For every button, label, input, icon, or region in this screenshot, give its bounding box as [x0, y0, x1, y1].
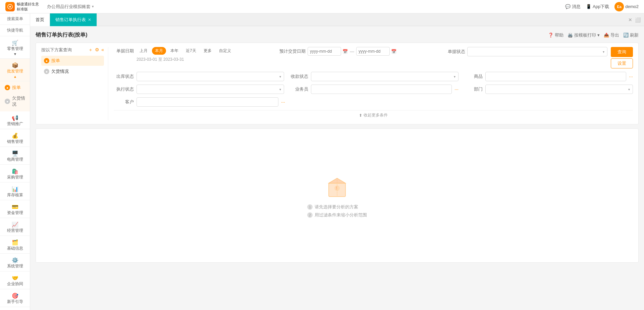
message-button[interactable]: 💬 消息: [565, 4, 581, 10]
collapse-filters-button[interactable]: ⬆ 收起更多条件: [114, 110, 633, 120]
scheme-item-欠货情况[interactable]: ● 欠货情况: [41, 66, 104, 76]
out-status-select[interactable]: ▾: [137, 72, 284, 81]
product-input[interactable]: [485, 72, 626, 81]
date-chip-上月[interactable]: 上月: [137, 47, 151, 55]
date-chips: 上月 本月 本年 近7天 更多 自定义: [137, 47, 234, 55]
export-icon: 📤: [604, 33, 609, 38]
page-title: 销售订单执行表(按单): [36, 32, 88, 39]
customer-more-icon[interactable]: ···: [281, 99, 285, 105]
sidebar-item-purchase[interactable]: 🛍️ 采购管理: [0, 165, 30, 183]
customer-input[interactable]: [137, 97, 278, 107]
empty-state-illustration: !: [324, 173, 351, 200]
filter-row-1: 单据日期 上月 本月 本年 近7天 更多 自定义: [114, 47, 633, 68]
salesman-more-icon[interactable]: ···: [454, 87, 459, 92]
dept-field: 部门 ▾: [463, 85, 633, 94]
dept-select[interactable]: ▾: [485, 85, 633, 94]
doc-status-select[interactable]: ▾: [467, 47, 607, 56]
hint-number-1-icon: 1: [307, 204, 313, 210]
tab-sales-order[interactable]: 销售订单执行表 ✕: [50, 13, 97, 26]
page-content: 销售订单执行表(按单) ❓ 帮助 🖨️ 按模板打印 ▾ 📤 导出: [30, 26, 644, 310]
settings-scheme-icon[interactable]: ⚙: [95, 47, 99, 53]
expected-date-from-input[interactable]: [308, 47, 341, 56]
dept-label: 部门: [463, 86, 483, 92]
top-bar-right: 💬 消息 📱 App下载 Ea demo2: [565, 2, 639, 11]
add-scheme-icon[interactable]: ＋: [88, 47, 93, 53]
breadcrumb[interactable]: 办公用品行业模拟账套 ▾: [47, 4, 94, 10]
purchase-icon: 🛍️: [12, 168, 18, 174]
sidebar-item-app-center[interactable]: 📱 应用中心: [0, 307, 30, 310]
sidebar-item-system[interactable]: ⚙️ 系统管理: [0, 254, 30, 271]
date-range-display: 2023-03-01 至 2023-03-31: [114, 57, 276, 62]
salesman-input[interactable]: [311, 85, 452, 94]
refresh-button[interactable]: 🔄 刷新: [623, 32, 639, 38]
date-chip-自定义[interactable]: 自定义: [216, 47, 234, 55]
doc-status-label: 单据状态: [445, 49, 465, 55]
sidebar-subitem-欠货情况[interactable]: ● 欠货情况: [0, 93, 30, 110]
content-area: 首页 销售订单执行表 ✕ ✕ ⬜ 销售订单执行表(按单) ❓ 帮助: [30, 13, 644, 310]
help-button[interactable]: ❓ 帮助: [548, 32, 564, 38]
sidebar-item-retail[interactable]: 🛒 零售管理 ▾: [0, 36, 30, 59]
scheme-actions: ＋ ⚙ «: [88, 47, 104, 53]
sidebar-item-marketing[interactable]: 📢 营销推广: [0, 111, 30, 129]
scheme-item-按单[interactable]: ● 按单: [41, 56, 104, 66]
payment-status-field: 收款状态 ▾: [288, 72, 459, 81]
hint-number-2-icon: 2: [307, 212, 313, 218]
filter-section: 按以下方案查询 ＋ ⚙ « ● 按单 ●: [41, 47, 633, 120]
exec-status-dropdown-icon: ▾: [279, 88, 281, 91]
sidebar-item-ecommerce[interactable]: 🖥️ 电商管理: [0, 147, 30, 165]
maximize-window-icon[interactable]: ⬜: [635, 17, 640, 22]
date-chip-本年[interactable]: 本年: [167, 47, 181, 55]
expected-date-to-input[interactable]: [356, 47, 390, 56]
date-chip-更多[interactable]: 更多: [201, 47, 215, 55]
filter-date-field: 单据日期 上月 本月 本年 近7天 更多 自定义: [114, 47, 276, 62]
page-actions: ❓ 帮助 🖨️ 按模板打印 ▾ 📤 导出 🔄 刷新: [548, 32, 639, 38]
scheme-label: 按以下方案查询: [41, 47, 72, 53]
exec-status-select[interactable]: ▾: [137, 85, 284, 94]
out-status-field: 出库状态 ▾: [114, 72, 284, 81]
close-window-icon[interactable]: ✕: [628, 17, 633, 22]
tab-home[interactable]: 首页: [30, 13, 50, 26]
expected-date-from: 📅: [308, 47, 348, 56]
message-icon: 💬: [565, 4, 571, 9]
app-download-button[interactable]: 📱 App下载: [586, 4, 609, 10]
user-profile-button[interactable]: Ea demo2: [614, 2, 639, 11]
sidebar-item-basic[interactable]: 🗂️ 基础信息: [0, 236, 30, 254]
sidebar-quick-nav[interactable]: 快捷导航: [0, 25, 30, 36]
sidebar-search-menu[interactable]: 搜索菜单: [0, 13, 30, 25]
sidebar-item-sales[interactable]: 💰 销售管理: [0, 129, 30, 147]
date-chip-近7天[interactable]: 近7天: [183, 47, 199, 55]
logo-area[interactable]: 畅捷通好生意 标准版: [5, 2, 39, 11]
home-tab-label: 首页: [36, 17, 44, 23]
wholesale-sub-menu: ● 按单 ● 欠货情况: [0, 81, 30, 111]
sidebar-item-operation[interactable]: 📈 经营管理: [0, 218, 30, 236]
print-button[interactable]: 🖨️ 按模板打印 ▾: [568, 32, 600, 38]
active-bullet-icon: ●: [5, 85, 10, 90]
date-chip-本月[interactable]: 本月: [152, 47, 166, 55]
sidebar-item-enterprise[interactable]: 🤝 企业协同: [0, 271, 30, 289]
scheme-bullet-active-icon: ●: [44, 58, 49, 63]
search-button[interactable]: 查询: [611, 47, 633, 57]
salesman-label: 业务员: [288, 86, 308, 92]
doc-status-dropdown-icon: ▾: [603, 50, 604, 54]
collapse-scheme-icon[interactable]: «: [101, 47, 104, 53]
calendar-from-icon[interactable]: 📅: [342, 49, 348, 54]
filter-scheme-header: 按以下方案查询 ＋ ⚙ «: [41, 47, 104, 53]
expected-date-to: 📅: [356, 47, 396, 56]
salesman-field: 业务员 ···: [288, 85, 459, 94]
filter-panel: 按以下方案查询 ＋ ⚙ « ● 按单 ●: [36, 43, 639, 124]
export-button[interactable]: 📤 导出: [604, 32, 619, 38]
expected-date-label: 预计交货日期: [279, 48, 306, 54]
sidebar-subitem-按单[interactable]: ● 按单: [0, 83, 30, 93]
help-icon: ❓: [548, 33, 553, 38]
settings-button[interactable]: 设置: [611, 58, 633, 68]
sidebar-item-finance[interactable]: 💳 资金管理: [0, 200, 30, 218]
sidebar-item-inventory[interactable]: 📊 库存核算: [0, 183, 30, 200]
filter-doc-status-field: 单据状态 ▾: [445, 47, 607, 56]
sidebar-item-wholesale[interactable]: 📦 批发管理 ▴: [0, 59, 30, 81]
close-tab-icon[interactable]: ✕: [88, 17, 91, 22]
product-label: 商品: [463, 73, 483, 80]
calendar-to-icon[interactable]: 📅: [391, 49, 396, 54]
payment-status-select[interactable]: ▾: [311, 72, 459, 81]
product-more-icon[interactable]: ···: [629, 74, 633, 79]
sidebar-item-newbie[interactable]: 🎯 新手引导: [0, 289, 30, 307]
